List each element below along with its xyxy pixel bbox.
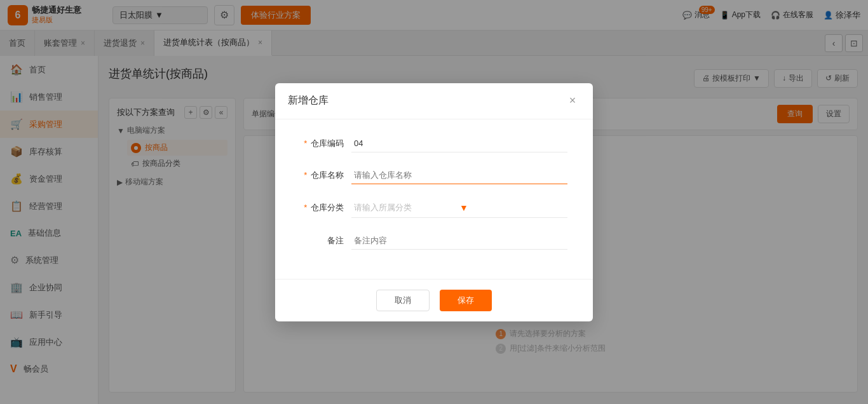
category-label: * 仓库分类 xyxy=(301,202,351,213)
modal-close-button[interactable]: × xyxy=(565,93,580,109)
form-row-name: * 仓库名称 xyxy=(301,166,567,184)
remark-input[interactable] xyxy=(351,232,567,250)
name-required-star: * xyxy=(304,170,307,180)
code-required-star: * xyxy=(304,138,307,148)
warehouse-code-input[interactable] xyxy=(351,135,567,152)
cancel-button[interactable]: 取消 xyxy=(376,290,430,311)
name-label: * 仓库名称 xyxy=(301,170,351,181)
category-placeholder: 请输入所属分类 xyxy=(354,202,459,213)
form-row-code: * 仓库编码 xyxy=(301,135,567,152)
category-chevron-icon: ▼ xyxy=(459,203,565,213)
form-row-remark: 备注 xyxy=(301,232,567,250)
form-row-category: * 仓库分类 请输入所属分类 ▼ xyxy=(301,198,567,218)
modal-footer: 取消 保存 xyxy=(275,279,593,321)
modal-body: * 仓库编码 * 仓库名称 * 仓库分类 请输入所属 xyxy=(275,119,593,279)
modal-overlay: 新增仓库 × * 仓库编码 * 仓库名称 xyxy=(0,0,868,404)
code-label: * 仓库编码 xyxy=(301,138,351,149)
category-required-star: * xyxy=(304,203,307,212)
remark-label: 备注 xyxy=(301,235,351,246)
modal-header: 新增仓库 × xyxy=(275,83,593,119)
save-button[interactable]: 保存 xyxy=(440,290,492,311)
category-select[interactable]: 请输入所属分类 ▼ xyxy=(351,198,567,218)
modal-title: 新增仓库 xyxy=(288,94,329,107)
new-warehouse-modal: 新增仓库 × * 仓库编码 * 仓库名称 xyxy=(275,83,593,321)
warehouse-name-input[interactable] xyxy=(351,166,567,184)
